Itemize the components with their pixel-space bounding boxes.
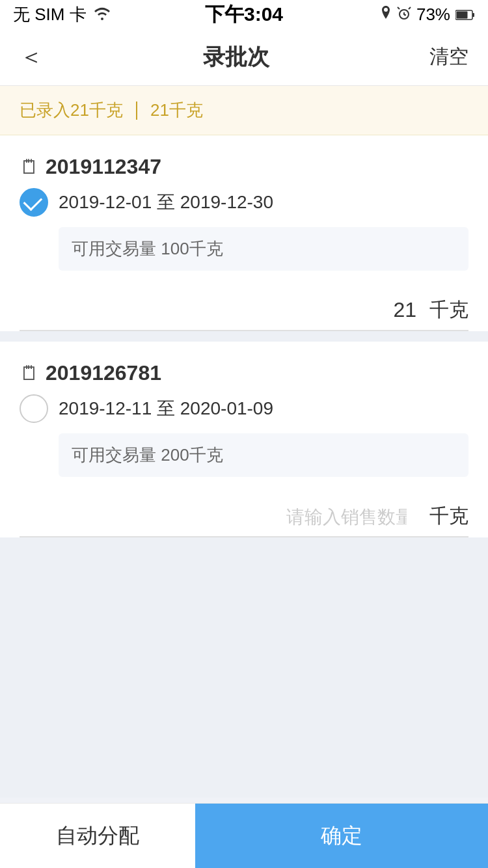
battery-icon: [455, 5, 475, 25]
page-title: 录批次: [203, 42, 269, 72]
status-right: 73%: [380, 5, 475, 25]
batch1-id-row: 🗒 2019112347: [20, 155, 468, 179]
info-divider: [136, 102, 137, 120]
svg-rect-4: [472, 13, 474, 17]
clear-button[interactable]: 清空: [429, 44, 468, 70]
batch2-id-icon: 🗒: [20, 362, 39, 385]
batch2-date-row[interactable]: 2019-12-11 至 2020-01-09: [20, 394, 468, 423]
batch2-qty-unit: 千克: [429, 503, 468, 530]
batch1-qty-unit: 千克: [429, 297, 468, 323]
auto-distribute-button[interactable]: 自动分配: [0, 804, 195, 868]
confirm-button[interactable]: 确定: [195, 804, 488, 868]
info-banner: 已录入21千克 21千克: [0, 86, 488, 135]
info-value: 21千克: [150, 99, 203, 122]
batch2-id: 2019126781: [46, 361, 161, 385]
location-icon: [380, 5, 392, 25]
batch2-radio[interactable]: [20, 394, 48, 423]
batch2-qty-input[interactable]: [286, 504, 416, 528]
back-button[interactable]: ＜: [20, 41, 43, 73]
batch2-id-row: 🗒 2019126781: [20, 361, 468, 385]
batch-item-2: 🗒 2019126781 2019-12-11 至 2020-01-09 可用交…: [0, 342, 488, 537]
status-carrier: 无 SIM 卡: [13, 3, 111, 26]
battery-text: 73%: [416, 5, 450, 25]
batch1-avail-qty-text: 可用交易量 100千克: [72, 239, 223, 258]
info-label: 已录入21千克: [20, 99, 123, 122]
batch1-qty-value: 21: [393, 298, 416, 322]
bottom-spacer: [0, 537, 488, 798]
batch-item-1: 🗒 2019112347 2019-12-01 至 2019-12-30 可用交…: [0, 135, 488, 331]
alarm-icon: [397, 5, 411, 25]
batch1-avail-qty: 可用交易量 100千克: [59, 227, 468, 271]
batch2-avail-qty-text: 可用交易量 200千克: [72, 445, 223, 465]
status-time: 下午3:04: [205, 1, 283, 28]
batch1-qty-row: 21 千克: [20, 284, 468, 323]
batch2-avail-qty: 可用交易量 200千克: [59, 433, 468, 477]
batch1-radio[interactable]: [20, 188, 48, 217]
bottom-bar: 自动分配 确定: [0, 803, 488, 868]
batch1-id: 2019112347: [46, 155, 161, 179]
carrier-text: 无 SIM 卡: [13, 3, 87, 26]
svg-rect-5: [457, 11, 468, 18]
status-bar: 无 SIM 卡 下午3:04 73%: [0, 0, 488, 29]
batch2-qty-row: 千克: [20, 490, 468, 530]
item-separator-1: [0, 331, 488, 342]
batch2-date: 2019-12-11 至 2020-01-09: [59, 396, 273, 421]
batch1-id-icon: 🗒: [20, 156, 39, 178]
content: 已录入21千克 21千克 🗒 2019112347 2019-12-01 至 2…: [0, 86, 488, 863]
nav-bar: ＜ 录批次 清空: [0, 29, 488, 86]
batch1-date: 2019-12-01 至 2019-12-30: [59, 190, 273, 215]
wifi-icon: [93, 5, 111, 25]
batch1-date-row[interactable]: 2019-12-01 至 2019-12-30: [20, 188, 468, 217]
